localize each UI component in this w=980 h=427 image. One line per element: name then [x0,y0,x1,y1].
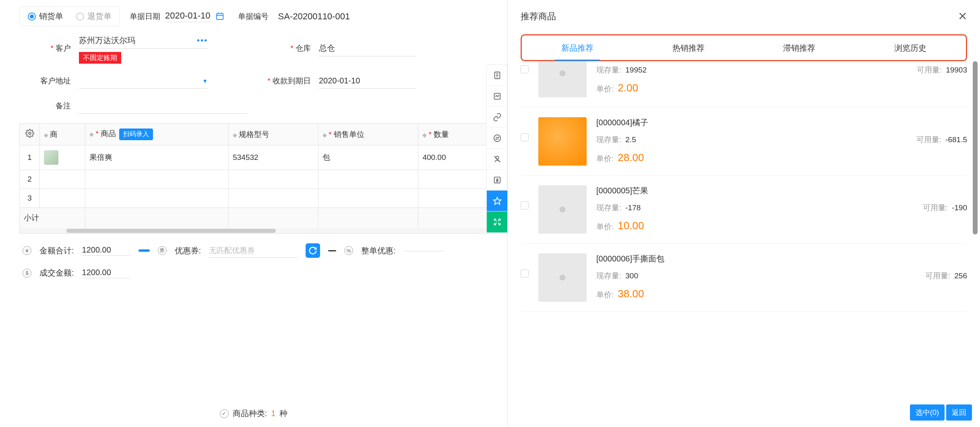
link-icon [493,113,502,122]
product-checkbox[interactable] [521,133,529,141]
coupon-label: 优惠券: [175,245,201,256]
col-spec[interactable]: ◆规格型号 [229,124,318,145]
col-merchant[interactable]: ◆商 [40,124,85,145]
product-list[interactable]: 250ml 现存量:19952 可用量:19903 单价:2.00 [00000… [508,61,980,427]
product-image [538,185,587,234]
product-row: 250ml 现存量:19952 可用量:19903 单价:2.00 [521,61,967,108]
more-icon[interactable]: ••• [197,36,208,45]
table-row[interactable]: 1 果倍爽 534532 包 400.00 [20,145,488,170]
coupon-icon: 券 [158,246,167,255]
whole-discount-input[interactable] [404,250,444,251]
scan-entry-button[interactable]: 扫码录入 [119,129,153,140]
product-row: [0000005]芒果 现存量:-178 可用量:-190 单价:10.00 [521,176,967,244]
table-row[interactable]: 2 [20,170,488,189]
tab-history[interactable]: 浏览历史 [885,36,936,60]
remark-input[interactable] [79,98,248,114]
row-product[interactable]: 果倍爽 [85,145,229,170]
close-icon[interactable]: ✕ [958,10,967,23]
sort-icon: ◆ [422,132,427,138]
col-product[interactable]: ◆* 商品扫码录入 [85,124,229,145]
tab-new-products[interactable]: 新品推荐 [552,36,603,60]
avail-value: 19903 [946,66,967,74]
col-unit[interactable]: ◆* 销售单位 [318,124,418,145]
refresh-icon [308,246,317,255]
star-button[interactable] [487,191,508,211]
row-index: 3 [20,189,40,208]
subtotal-row: 小计 [20,208,488,228]
selected-count-button[interactable]: 选中(0) [910,404,945,421]
yen-icon: ¥ [23,246,31,255]
col-merchant-label: 商 [50,130,58,139]
price-value: 28.00 [618,151,644,164]
radio-return-order[interactable]: 退货单 [76,11,112,22]
doc-date-label: 单据日期 [130,11,160,22]
svg-point-4 [29,132,31,135]
sort-icon: ◆ [233,132,237,138]
link-button[interactable] [487,107,508,128]
gear-icon [25,129,34,138]
placeholder-icon [558,273,567,282]
avail-value: -681.5 [945,135,967,144]
stock-label: 现存量: [596,135,621,144]
col-qty[interactable]: ◆* 数量 [418,124,488,145]
row-qty[interactable]: 400.00 [418,145,488,170]
col-product-label: 商品 [101,129,116,138]
price-value: 10.00 [618,220,644,232]
coupon-input[interactable]: 无匹配优惠券 [209,244,298,258]
chart-icon [493,92,502,101]
star-icon [493,197,502,205]
address-input[interactable]: ▼ [79,73,208,89]
product-title: [0000006]手撕面包 [596,253,967,264]
row-spec[interactable]: 534532 [229,145,318,170]
notes-icon [493,71,502,80]
refresh-button[interactable] [306,243,320,258]
doc-date-value[interactable]: 2020-01-10 [165,10,211,22]
product-checkbox[interactable] [521,65,529,73]
horizontal-scrollbar[interactable] [19,228,488,234]
customer-input[interactable]: 苏州万达沃尔玛 ••• [79,33,208,49]
row-index: 2 [20,170,40,189]
radio-sale-label: 销货单 [39,11,63,22]
scroll-thumb[interactable] [66,229,276,233]
price-value: 2.00 [618,82,638,94]
product-checkbox[interactable] [521,269,529,278]
tag-icon: ✓ [220,409,229,418]
warehouse-value: 总仓 [319,43,335,54]
customer-value: 苏州万达沃尔玛 [79,35,135,46]
tab-slow-products[interactable]: 滞销推荐 [773,36,825,60]
row-unit[interactable]: 包 [318,145,418,170]
notes-button[interactable] [487,65,508,86]
sort-icon: ◆ [44,132,48,138]
expand-button[interactable] [487,211,508,232]
avail-label: 可用量: [917,66,942,74]
product-image [538,117,587,166]
radio-sale-order[interactable]: 销货单 [28,11,63,22]
vertical-scrollbar[interactable] [973,61,978,234]
due-date-label: 收款到期日 [266,76,311,86]
avail-label: 可用量: [916,135,941,144]
table-row[interactable]: 3 [20,189,488,208]
svg-point-16 [560,207,566,213]
stock-value: 300 [625,272,638,280]
chart-button[interactable] [487,86,508,107]
person-button[interactable] [487,149,508,170]
back-button[interactable]: 返回 [946,404,972,421]
product-image [538,253,587,302]
remark-label: 备注 [26,101,71,111]
warehouse-input[interactable]: 总仓 [319,40,416,56]
exchange-button[interactable] [487,128,508,149]
chevron-down-icon[interactable]: ▼ [202,78,208,84]
deal-value: 1200.00 [82,268,130,278]
currency-button[interactable] [487,170,508,191]
left-panel: 销货单 退货单 单据日期 2020-01-10 单据编号 SA-20200110… [0,0,507,427]
deal-icon: $ [23,269,31,278]
due-date-input[interactable]: 2020-01-10 [319,73,416,89]
product-checkbox[interactable] [521,201,529,209]
kinds-value: 1 [271,409,275,418]
recommend-panel: 推荐商品 ✕ 新品推荐 热销推荐 滞销推荐 浏览历史 250ml 现存量:199… [507,0,980,427]
gear-header[interactable] [20,124,40,145]
calendar-icon[interactable] [215,12,225,21]
tab-hot-products[interactable]: 热销推荐 [663,36,714,60]
subtotal-label: 小计 [20,208,85,228]
side-toolbar [486,64,507,233]
